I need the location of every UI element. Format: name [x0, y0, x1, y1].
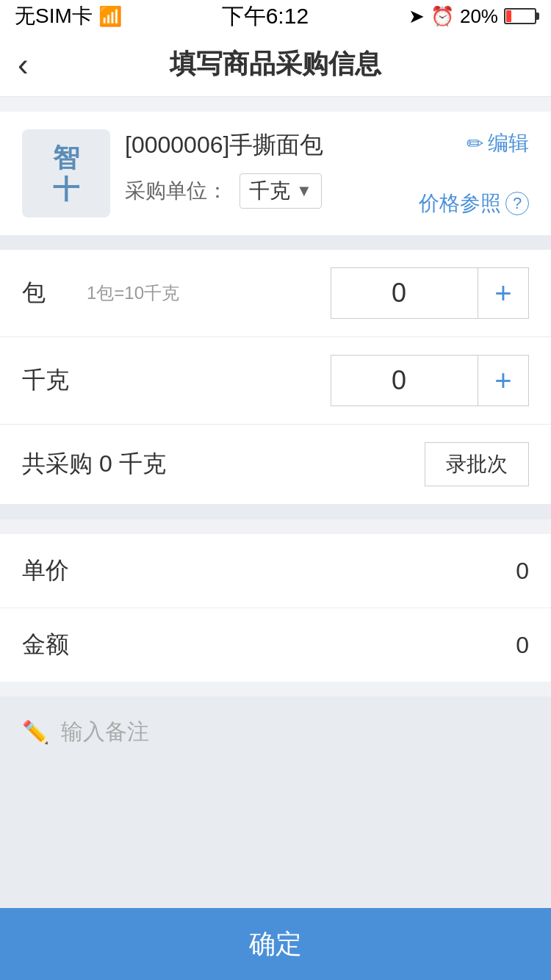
status-right: ➤ ⏰ 20%: [408, 5, 536, 28]
section-divider-1: [0, 235, 551, 250]
unit-price-label: 单价: [22, 555, 69, 587]
summary-text: 共采购 0 千克: [22, 448, 166, 480]
kg-controls: +: [331, 355, 529, 406]
package-sub-label: 1包=10千克: [87, 281, 179, 305]
unit-select[interactable]: 千克 ▼: [240, 173, 322, 209]
product-card: 智 十 [0000006]手撕面包 采购单位： 千克 ▼ ✏ 编辑 价格参照 ?: [0, 112, 551, 235]
quantity-section: 包 1包=10千克 + 千克 +: [0, 250, 551, 424]
wifi-icon: 📶: [98, 5, 122, 28]
status-left: 无SIM卡 📶: [15, 2, 122, 30]
price-ref-button[interactable]: 价格参照 ?: [419, 190, 529, 217]
edit-icon: ✏: [467, 131, 483, 156]
amount-label: 金额: [22, 629, 69, 661]
back-button[interactable]: ‹: [18, 48, 29, 81]
unit-price-row: 单价 0: [0, 534, 551, 608]
status-time: 下午6:12: [222, 1, 309, 32]
unit-arrow-icon: ▼: [296, 181, 312, 201]
purchase-unit-label: 采购单位：: [125, 177, 228, 205]
edit-label: 编辑: [488, 129, 529, 157]
amount-row: 金额 0: [0, 608, 551, 682]
kg-label: 千克: [22, 364, 81, 397]
battery-percent: 20%: [460, 5, 498, 28]
product-logo: 智 十: [53, 142, 79, 205]
battery-icon: [504, 8, 536, 24]
amount-value: 0: [516, 632, 529, 659]
product-image: 智 十: [22, 129, 110, 217]
package-row: 包 1包=10千克 +: [0, 250, 551, 337]
carrier-text: 无SIM卡: [15, 2, 93, 30]
page-title: 填写商品采购信息: [170, 46, 381, 82]
package-input[interactable]: [331, 267, 478, 319]
alarm-icon: ⏰: [431, 5, 454, 28]
battery-fill: [506, 10, 511, 22]
package-label: 包: [22, 277, 81, 309]
section-divider-2: [0, 505, 551, 519]
price-ref-label: 价格参照: [419, 190, 501, 217]
status-bar: 无SIM卡 📶 下午6:12 ➤ ⏰ 20%: [0, 0, 551, 32]
notes-placeholder: 输入备注: [61, 717, 149, 747]
notes-section[interactable]: ✏️ 输入备注: [0, 696, 551, 768]
summary-value: 0: [99, 450, 119, 477]
confirm-button[interactable]: 确定: [0, 908, 551, 980]
summary-label: 共采购: [22, 450, 93, 477]
pencil-icon: ✏️: [22, 719, 49, 745]
package-controls: +: [331, 267, 529, 319]
location-icon: ➤: [408, 5, 425, 28]
batch-button[interactable]: 录批次: [425, 442, 529, 486]
nav-bar: ‹ 填写商品采购信息: [0, 32, 551, 97]
edit-button[interactable]: ✏ 编辑: [467, 129, 529, 157]
summary-row: 共采购 0 千克 录批次: [0, 424, 551, 505]
unit-value: 千克: [249, 177, 290, 205]
summary-unit: 千克: [119, 450, 166, 477]
kg-plus-button[interactable]: +: [478, 355, 529, 406]
unit-price-value: 0: [516, 558, 529, 585]
kg-row: 千克 +: [0, 337, 551, 424]
package-plus-button[interactable]: +: [478, 267, 529, 319]
price-ref-icon: ?: [505, 192, 529, 215]
kg-input[interactable]: [331, 355, 478, 406]
price-section: 单价 0 金额 0: [0, 534, 551, 682]
